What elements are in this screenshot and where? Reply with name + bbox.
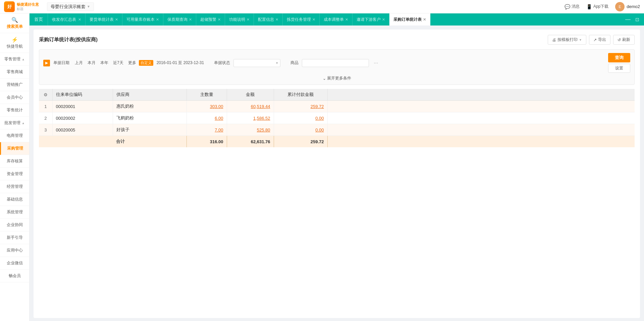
- sidebar-item-app-center[interactable]: 应用中心: [0, 244, 29, 257]
- avatar: E: [615, 2, 625, 11]
- tab-invite-downstream[interactable]: 邀请下游客户 ✕: [353, 13, 389, 25]
- refresh-button[interactable]: ↺ 刷新: [613, 35, 635, 45]
- status-filter-label: 单据状态: [214, 60, 230, 66]
- tab-window-minimize[interactable]: —: [624, 16, 632, 23]
- row-unit-code: 00020001: [52, 101, 113, 112]
- sidebar-item-wholesale[interactable]: 批发管理 ▲: [0, 117, 29, 129]
- search-button[interactable]: 查询: [608, 53, 630, 62]
- date-filter-label: 单据日期: [53, 60, 69, 66]
- status-select-wrapper: ▼: [233, 59, 280, 67]
- col-extra: [327, 89, 635, 101]
- username: demo2: [627, 4, 640, 9]
- tab-close-icon[interactable]: ✕: [275, 17, 278, 22]
- col-unit-code: 往来单位编码: [52, 89, 113, 101]
- quick-date-buttons: 上月 本月 本年 近7天 更多 自定义: [73, 59, 153, 66]
- user-area[interactable]: E demo2: [615, 2, 640, 11]
- tab-close-icon[interactable]: ✕: [78, 17, 81, 22]
- sidebar-item-sys-mgmt[interactable]: 系统管理: [0, 206, 29, 219]
- table-row: 3 00020005 好孩子 7.00 525.80 0.00: [39, 124, 635, 136]
- tab-picking-task[interactable]: 拣货任务管理 ✕: [283, 13, 320, 25]
- footer-label: 合计: [113, 136, 186, 148]
- status-select[interactable]: [233, 59, 280, 67]
- logo: 好 畅捷通好生意 标题: [4, 1, 39, 12]
- print-icon: 🖨: [552, 38, 556, 42]
- row-unit-code: 00020005: [52, 124, 113, 136]
- sidebar-item-retail-mall[interactable]: 零售商城: [0, 66, 29, 78]
- tab-close-icon[interactable]: ✕: [312, 17, 315, 22]
- sidebar-item-newbie[interactable]: 新手引导: [0, 231, 29, 244]
- goods-filter-input[interactable]: [302, 59, 369, 67]
- tab-close-icon[interactable]: ✕: [115, 17, 118, 22]
- row-paid-amount[interactable]: 0.00: [274, 112, 327, 124]
- row-idx: 2: [39, 112, 52, 124]
- setting-button[interactable]: 设置: [608, 64, 630, 73]
- print-button[interactable]: 🖨 按模板打印 ▼: [548, 35, 586, 45]
- sidebar-item-operation[interactable]: 经营管理: [0, 180, 29, 193]
- quick-date-more[interactable]: 更多: [126, 59, 138, 66]
- sidebar-item-quick-nav[interactable]: ⚡ 快捷导航: [0, 33, 29, 53]
- quick-date-this-month[interactable]: 本月: [86, 59, 98, 66]
- quick-date-last-month[interactable]: 上月: [73, 59, 85, 66]
- row-main-qty[interactable]: 303.00: [186, 101, 227, 112]
- table-row: 1 00020001 惠氏奶粉 303.00 60,519.44 259.72: [39, 101, 635, 112]
- tab-close-icon[interactable]: ✕: [156, 17, 159, 22]
- row-paid-amount[interactable]: 259.72: [274, 101, 327, 112]
- tab-close-icon[interactable]: ✕: [189, 17, 192, 22]
- sidebar-item-basic-info[interactable]: 基础信息: [0, 193, 29, 206]
- row-amount[interactable]: 60,519.44: [227, 101, 274, 112]
- arrow-icon: ▲: [22, 58, 25, 61]
- tab-func-desc[interactable]: 功能说明 ✕: [225, 13, 254, 25]
- tab-close-icon[interactable]: ✕: [423, 17, 426, 22]
- export-icon: ↗: [593, 38, 597, 42]
- quick-date-this-year[interactable]: 本年: [98, 59, 110, 66]
- row-amount[interactable]: 1,586.52: [227, 112, 274, 124]
- org-name: 母婴行业演示账套: [51, 4, 86, 10]
- export-button[interactable]: ↗ 导出: [589, 35, 610, 45]
- org-selector[interactable]: 母婴行业演示账套 ▼: [47, 2, 94, 11]
- sidebar-item-changyuanyuan[interactable]: 畅会员: [0, 270, 29, 282]
- tab-close-icon[interactable]: ✕: [218, 17, 221, 22]
- sidebar-item-finance[interactable]: 资金管理: [0, 168, 29, 180]
- sidebar-item-ecommerce[interactable]: 电商管理: [0, 129, 29, 142]
- arrow-icon2: ▲: [22, 121, 25, 125]
- filter-toggle-btn[interactable]: ▶: [43, 60, 50, 66]
- tab-available-inventory[interactable]: 可用量库存账本 ✕: [122, 13, 163, 25]
- quick-date-7days[interactable]: 近7天: [111, 59, 125, 66]
- more-filters-icon[interactable]: ···: [372, 60, 379, 66]
- expand-more-button[interactable]: ⌄ 展开更多条件: [323, 75, 351, 81]
- row-paid-amount[interactable]: 0.00: [274, 124, 327, 136]
- download-icon: 📱: [586, 4, 592, 9]
- row-amount[interactable]: 525.80: [227, 124, 274, 136]
- row-main-qty[interactable]: 6.00: [186, 112, 227, 124]
- sidebar-item-member[interactable]: 会员中心: [0, 91, 29, 104]
- sidebar-item-retail-stat[interactable]: 零售统计: [0, 104, 29, 117]
- filter-area: ▶ 单据日期 上月 本月 本年 近7天 更多 自定义 2016-01-01 至 …: [39, 49, 635, 85]
- tab-close-icon[interactable]: ✕: [382, 17, 385, 22]
- sidebar-item-enterprise[interactable]: 企业协同: [0, 219, 29, 231]
- tab-close-icon[interactable]: ✕: [247, 17, 250, 22]
- tab-home[interactable]: 首页: [30, 13, 48, 25]
- tab-shelf-life[interactable]: 保质期查询 ✕: [163, 13, 196, 25]
- sidebar-item-search[interactable]: 🔍 搜索英单: [0, 13, 29, 33]
- sidebar-item-enterprise-wechat[interactable]: 企业微信: [0, 257, 29, 270]
- tab-purchase-stat[interactable]: 采购订单统计表 ✕: [389, 13, 430, 25]
- sidebar-item-retail-mgmt[interactable]: 零售管理 ▲: [0, 53, 29, 66]
- tab-window-restore[interactable]: ⊡: [634, 16, 641, 23]
- logo-icon: 好: [4, 1, 15, 12]
- col-settings[interactable]: ⚙: [39, 89, 52, 101]
- app-download-button[interactable]: 📱 App下载: [586, 4, 608, 9]
- footer-amount: 62,631.76: [227, 136, 274, 148]
- message-button[interactable]: 💬 消息: [565, 4, 580, 9]
- row-main-qty[interactable]: 7.00: [186, 124, 227, 136]
- sidebar-item-inventory[interactable]: 库存核算: [0, 155, 29, 168]
- gear-icon: ⚙: [44, 92, 48, 97]
- sidebar-item-purchase[interactable]: 采购管理: [0, 142, 29, 155]
- tab-requisition-stat[interactable]: 要货单统计表 ✕: [86, 13, 122, 25]
- sidebar-item-marketing[interactable]: 营销推广: [0, 78, 29, 91]
- tab-collect-pay[interactable]: 收发存汇总表 ✕: [48, 13, 86, 25]
- tab-overstock-warning[interactable]: 超储预警 ✕: [196, 13, 225, 25]
- tab-config-info[interactable]: 配置信息 ✕: [254, 13, 283, 25]
- tab-cost-adjust[interactable]: 成本调整单 ✕: [320, 13, 353, 25]
- tab-close-icon[interactable]: ✕: [345, 17, 348, 22]
- logo-text: 畅捷通好生意 标题: [17, 2, 39, 11]
